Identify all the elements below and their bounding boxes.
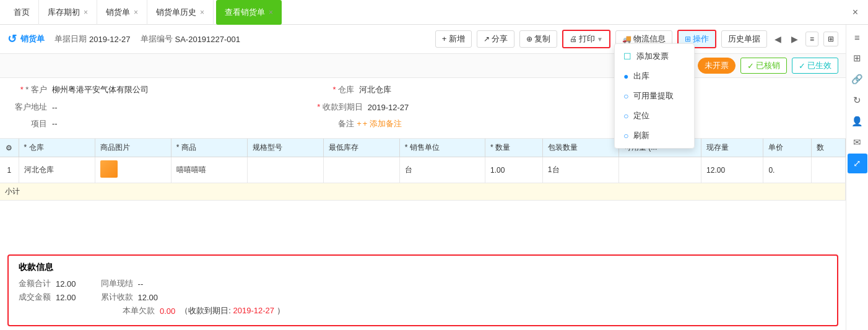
doc-date-meta: 单据日期 2019-12-27 (54, 33, 131, 45)
doc-title: ↺ 销货单 (7, 32, 45, 46)
col-warehouse: * 仓库 (19, 139, 95, 157)
print-button[interactable]: 🖨 打印 ▼ (562, 30, 610, 48)
col-pack-qty: 包装数量 (542, 139, 618, 157)
payment-section: 收款信息 金额合计 12.00 同单现结 -- 成交金额 12.00 累计收款 (7, 254, 838, 326)
row-image (95, 157, 171, 183)
remark-field: 备注 + + 添加备注 (317, 118, 619, 129)
product-table: ⚙ * 仓库 商品图片 * 商品 规格型号 最低库存 * 销售单位 * 数量 包… (0, 138, 846, 251)
row-stock: 12.00 (701, 157, 763, 183)
form-section: * * 客户 柳州粤港平安气体有限公司 * 仓库 河北仓库 业务员 演示账号 客… (0, 78, 846, 138)
sidebar-icon-5[interactable]: 👤 (848, 111, 867, 131)
dropdown-locate[interactable]: ○ 定位 (615, 106, 694, 126)
nav-next[interactable]: ▶ (789, 34, 801, 44)
deal-amount-field: 成交金额 12.00 (19, 292, 76, 303)
add-note-button[interactable]: + + 添加备注 (357, 118, 402, 129)
tab-sales-close[interactable]: × (134, 8, 138, 17)
share-button[interactable]: ↗ 分享 (477, 30, 514, 48)
tab-view-sales[interactable]: 查看销货单 × (216, 0, 282, 25)
right-sidebar: ≡ ⊞ 🔗 ↻ 👤 ✉ ⤢ (846, 25, 868, 330)
address-field: 客户地址 -- (10, 102, 312, 113)
tab-sales-history-close[interactable]: × (200, 8, 204, 17)
row-warehouse: 河北仓库 (19, 157, 95, 183)
payment-date-field: * 收款到期日 2019-12-27 (317, 102, 619, 113)
subtotal-label: 小计 (0, 183, 846, 201)
product-image (100, 160, 118, 178)
not-open-ticket-button[interactable]: 未开票 (698, 58, 736, 74)
table-row: 1 河北仓库 嘻嘻嘻嘻 台 1.00 1台 12.00 0. (0, 157, 846, 183)
row-num: 1 (0, 157, 19, 183)
dropdown-add-invoice[interactable]: ☐ 添加发票 (615, 46, 694, 66)
document-header: ↺ 销货单 单据日期 2019-12-27 单据编号 SA-20191227-0… (0, 25, 846, 54)
sidebar-icon-4[interactable]: ↻ (848, 90, 867, 110)
tab-view-sales-close[interactable]: × (269, 8, 273, 17)
dropdown-refresh[interactable]: ○ 刷新 (615, 126, 694, 145)
dropdown-out-warehouse[interactable]: ● 出库 (615, 66, 694, 86)
balance-field: 本单欠款 0.00 （收款到期日: 2019-12-27 ） (123, 305, 285, 316)
subtotal-row: 小计 (0, 183, 846, 201)
col-price: 单价 (763, 139, 812, 157)
doc-number-meta: 单据编号 SA-20191227-001 (141, 33, 241, 45)
tab-inventory-close[interactable]: × (84, 8, 88, 17)
copy-button[interactable]: ⊕ 复制 (519, 30, 557, 48)
col-gear[interactable]: ⚙ (0, 139, 19, 157)
row-price: 0. (763, 157, 812, 183)
new-button[interactable]: + 新增 (435, 30, 472, 48)
add-invoice-icon: ☐ (623, 51, 631, 61)
total-field: 金额合计 12.00 (19, 278, 76, 289)
row-quantity: 1.00 (485, 157, 543, 183)
row-product: 嘻嘻嘻嘻 (171, 157, 247, 183)
same-settlement-field: 同单现结 -- (101, 278, 144, 289)
refresh-icon: ○ (623, 131, 628, 141)
col-quantity: * 数量 (485, 139, 543, 157)
cumulative-field: 累计收款 12.00 (101, 292, 158, 303)
window-close-button[interactable]: × (848, 7, 863, 18)
col-product: * 商品 (171, 139, 247, 157)
row-amount (812, 157, 846, 183)
customer-field: * * 客户 柳州粤港平安气体有限公司 (10, 83, 312, 97)
row-pack-qty: 1台 (542, 157, 618, 183)
warehouse-field: * 仓库 河北仓库 (317, 83, 619, 97)
col-image: 商品图片 (95, 139, 171, 157)
tab-inventory[interactable]: 库存期初 × (39, 0, 97, 25)
sidebar-icon-3[interactable]: 🔗 (848, 69, 867, 89)
sidebar-icon-1[interactable]: ≡ (848, 27, 867, 47)
sidebar-icon-6[interactable]: ✉ (848, 132, 867, 152)
view-toggle-list[interactable]: ≡ (805, 32, 818, 46)
col-unit: * 销售单位 (399, 139, 485, 157)
dropdown-available-qty[interactable]: ○ 可用量提取 (615, 86, 694, 106)
col-stock: 现存量 (701, 139, 763, 157)
sidebar-icon-7[interactable]: ⤢ (848, 154, 867, 173)
project-field: 项目 -- (10, 118, 312, 129)
row-unit: 台 (399, 157, 485, 183)
row-min-stock (323, 157, 399, 183)
col-amount: 数 (812, 139, 846, 157)
tab-home[interactable]: 首页 (5, 0, 39, 25)
col-min-stock: 最低库存 (323, 139, 399, 157)
col-spec: 规格型号 (247, 139, 323, 157)
nav-prev[interactable]: ◀ (772, 34, 784, 44)
view-toggle-grid[interactable]: ⊞ (823, 32, 838, 46)
payment-title: 收款信息 (19, 262, 827, 273)
tab-sales-history[interactable]: 销货单历史 × (147, 0, 214, 25)
effective-button[interactable]: ✓ 已生效 (792, 58, 838, 74)
locate-icon: ○ (623, 111, 628, 121)
tab-sales[interactable]: 销货单 × (97, 0, 147, 25)
history-button[interactable]: 历史单据 (721, 30, 767, 48)
row-spec (247, 157, 323, 183)
status-row: 📱 来自手机 未开票 ✓ 已核销 ✓ 已生效 (0, 54, 846, 78)
tab-bar: 首页 库存期初 × 销货单 × 销货单历史 × 查看销货单 × × (0, 0, 868, 25)
sidebar-icon-2[interactable]: ⊞ (848, 48, 867, 68)
checked-button[interactable]: ✓ 已核销 (740, 58, 787, 74)
operation-dropdown: ☐ 添加发票 ● 出库 ○ 可用量提取 ○ 定位 ○ 刷新 (614, 43, 695, 149)
out-warehouse-icon: ● (623, 71, 628, 81)
row-available (618, 157, 701, 183)
available-qty-icon: ○ (623, 91, 628, 101)
